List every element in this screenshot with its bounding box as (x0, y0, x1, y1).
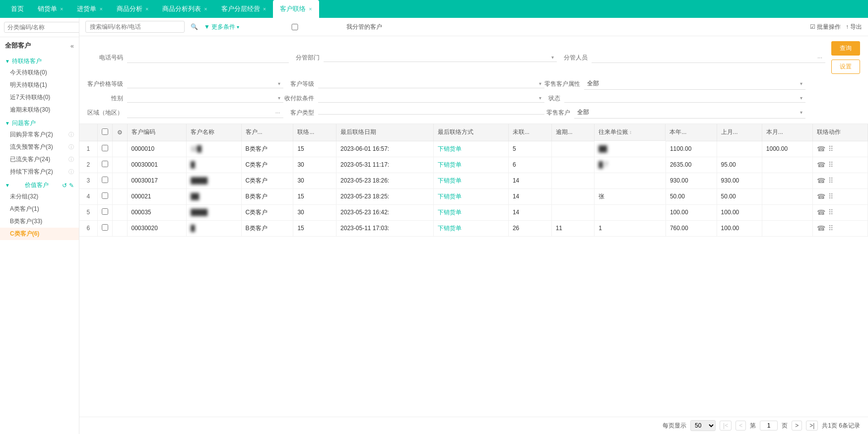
contact-method-link[interactable]: 下销货单 (438, 209, 462, 216)
search-input[interactable] (85, 21, 185, 33)
contact-method-link[interactable]: 下销货单 (438, 193, 462, 200)
nav-customer-contact[interactable]: 客户联络 × (273, 0, 319, 18)
cell-current-year: 100.00 (666, 204, 717, 220)
retail-customer-select[interactable]: 全部 ▾ (574, 107, 805, 119)
phone-action-icon[interactable]: ☎ (817, 208, 825, 216)
cell-name: █ (187, 220, 241, 236)
phone-action-icon[interactable]: ☎ (817, 161, 825, 169)
contact-method-link[interactable]: 下销货单 (438, 145, 462, 152)
close-sales-icon[interactable]: × (60, 6, 63, 12)
customer-type-select[interactable] (318, 111, 544, 115)
select-all-checkbox[interactable] (102, 128, 108, 135)
cell-current-month (762, 173, 813, 188)
query-button[interactable]: 查询 (831, 41, 860, 56)
phone-action-icon[interactable]: ☎ (817, 145, 825, 153)
last-page-btn[interactable]: >| (806, 421, 818, 431)
page-number-input[interactable] (760, 421, 778, 431)
cell-gear (112, 188, 127, 204)
close-product-analysis-icon[interactable]: × (145, 6, 148, 12)
th-code-label: 客户编码 (132, 128, 155, 135)
contact-method-link[interactable]: 下销货单 (438, 225, 462, 232)
contact-method-link[interactable]: 下销货单 (438, 161, 462, 168)
first-page-btn[interactable]: |< (720, 421, 732, 431)
next-page-btn[interactable]: > (792, 421, 802, 431)
row-checkbox[interactable] (102, 145, 108, 151)
region-select[interactable]: ··· (127, 108, 283, 118)
more-action-icon[interactable]: ⠿ (828, 224, 833, 232)
close-customer-contact-icon[interactable]: × (309, 6, 312, 12)
cell-index: 4 (79, 188, 97, 204)
contact-method-link[interactable]: 下销货单 (438, 177, 462, 184)
nav-purchase[interactable]: 进货单 × (70, 0, 109, 18)
sidebar-item-today[interactable]: 今天待联络(0) (0, 66, 79, 79)
sidebar-item-class-c[interactable]: C类客户(6) (0, 228, 79, 240)
nav-product-analysis-list[interactable]: 商品分析列表 × (155, 0, 214, 18)
more-action-icon[interactable]: ⠿ (828, 177, 833, 185)
sidebar-all-customers[interactable]: 全部客户 « (0, 37, 79, 54)
close-product-analysis-list-icon[interactable]: × (204, 6, 207, 12)
sidebar-item-tomorrow[interactable]: 明天待联络(1) (0, 79, 79, 91)
more-action-icon[interactable]: ⠿ (828, 145, 833, 153)
my-customers-checkbox[interactable]: 我分管的客户 (245, 23, 382, 31)
more-action-icon[interactable]: ⠿ (828, 208, 833, 216)
row-checkbox[interactable] (102, 161, 108, 167)
per-page-select[interactable]: 50 100 200 (690, 420, 716, 431)
phone-action-icon[interactable]: ☎ (817, 177, 825, 185)
close-purchase-icon[interactable]: × (99, 6, 102, 12)
manager-select[interactable]: ··· (592, 53, 825, 63)
more-action-icon[interactable]: ⠿ (828, 192, 833, 200)
my-customers-check[interactable] (245, 24, 344, 30)
phone-action-icon[interactable]: ☎ (817, 224, 825, 232)
payment-select[interactable]: ▾ (318, 94, 544, 103)
nav-sales[interactable]: 销货单 × (31, 0, 70, 18)
cell-contact: 30 (293, 173, 336, 188)
sidebar-item-churn-warning[interactable]: 流失预警客户(3) ⓘ (0, 141, 79, 153)
phone-input[interactable] (127, 53, 289, 63)
nav-customer-tier[interactable]: 客户分层经营 × (214, 0, 273, 18)
export-btn[interactable]: ↑ 导出 (846, 23, 862, 31)
phone-action-icon[interactable]: ☎ (817, 192, 825, 200)
field-payment: 收付款条件 ▾ (283, 94, 544, 103)
close-customer-tier-icon[interactable]: × (263, 6, 266, 12)
cell-action: ☎ ⠿ (813, 188, 868, 204)
cell-last-contact-date: 2023-05-23 18:25: (336, 188, 434, 204)
row-checkbox[interactable] (102, 208, 108, 215)
settings-button[interactable]: 设置 (831, 60, 860, 74)
status-select[interactable]: ▾ (564, 94, 805, 103)
customer-value-select[interactable]: ▾ (127, 79, 283, 88)
dots-manager[interactable]: ··· (817, 54, 822, 61)
row-checkbox[interactable] (102, 177, 108, 183)
sidebar-search-area: 🔍 (0, 18, 79, 37)
dots-region[interactable]: ··· (275, 109, 280, 116)
sidebar-item-overdue[interactable]: 逾期未联络(30) (0, 104, 79, 116)
more-action-icon[interactable]: ⠿ (828, 161, 833, 169)
dept-select[interactable]: ▾ (324, 53, 557, 62)
collapse-icon[interactable]: « (70, 42, 74, 50)
sidebar-item-class-a[interactable]: A类客户(1) (0, 203, 79, 215)
batch-operation-btn[interactable]: ☑ 批量操作 (810, 23, 841, 31)
retail-attr-select[interactable]: 全部 ▾ (584, 78, 805, 90)
cell-contact: 15 (293, 220, 336, 236)
column-settings-icon[interactable]: ⚙ (117, 129, 123, 136)
cell-action: ☎ ⠿ (813, 220, 868, 236)
th-gear[interactable]: ⚙ (112, 124, 127, 141)
gender-select[interactable]: ▾ (127, 94, 283, 103)
nav-home[interactable]: 首页 (4, 0, 31, 18)
prev-page-btn[interactable]: < (735, 421, 746, 431)
sidebar-item-repurchase-abnormal[interactable]: 回购异常客户(2) ⓘ (0, 128, 79, 141)
sidebar-item-declining[interactable]: 持续下滑客户(2) ⓘ (0, 166, 79, 178)
search-button[interactable]: 🔍 (191, 23, 198, 30)
sidebar-item-churned[interactable]: 已流失客户(24) ⓘ (0, 153, 79, 166)
edit-icon[interactable]: ✎ (69, 182, 74, 189)
nav-product-analysis[interactable]: 商品分析 × (110, 0, 155, 18)
refresh-icon[interactable]: ↺ (62, 182, 67, 189)
sidebar-item-ungrouped[interactable]: 未分组(32) (0, 190, 79, 203)
more-conditions-btn[interactable]: ▼ 更多条件 ▾ (204, 23, 239, 31)
customer-level-select[interactable]: ▾ (318, 79, 544, 88)
row-checkbox[interactable] (102, 224, 108, 231)
row-checkbox[interactable] (102, 192, 108, 199)
sidebar-search-input[interactable] (4, 22, 79, 33)
sidebar-item-7days[interactable]: 近7天待联络(0) (0, 91, 79, 104)
field-customer-type: 客户类型 (283, 109, 544, 117)
sidebar-item-class-b[interactable]: B类客户(33) (0, 215, 79, 228)
